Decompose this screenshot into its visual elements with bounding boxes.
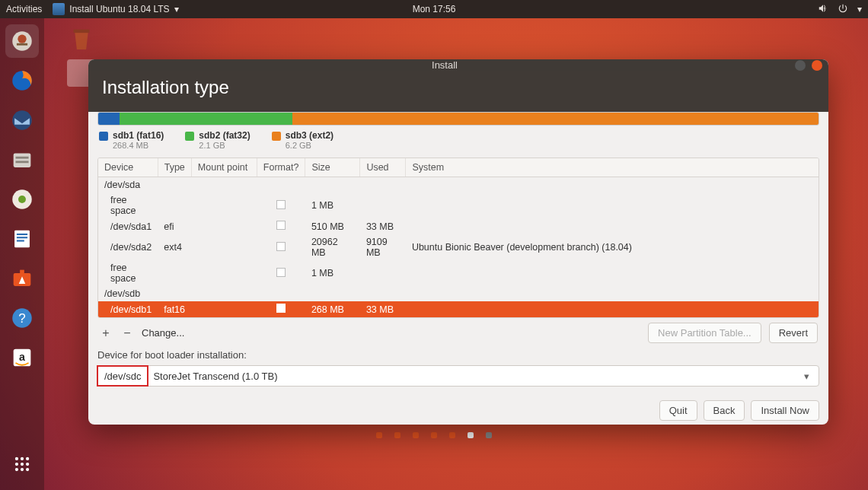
- svg-rect-29: [74, 30, 90, 33]
- svg-point-23: [15, 463, 18, 466]
- dock-libreoffice-writer[interactable]: [5, 222, 39, 256]
- app-menu-label: Install Ubuntu 18.04 LTS: [69, 4, 169, 14]
- legend-item: sdb2 (fat32) 2.1 GB: [185, 130, 250, 150]
- svg-point-9: [18, 196, 26, 203]
- activities-button[interactable]: Activities: [6, 4, 42, 14]
- partition-table[interactable]: DeviceTypeMount pointFormat?SizeUsedSyst…: [97, 158, 819, 318]
- chevron-down-icon[interactable]: ▾: [799, 371, 814, 382]
- dock-rhythmbox[interactable]: [5, 183, 39, 216]
- clock-label[interactable]: Mon 17:56: [413, 4, 456, 14]
- legend-swatch: [272, 132, 281, 141]
- svg-point-22: [26, 457, 29, 460]
- legend-name: sdb1 (fat16): [113, 130, 164, 141]
- legend-size: 6.2 GB: [286, 141, 333, 150]
- change-partition-button[interactable]: Change...: [142, 327, 184, 339]
- titlebar[interactable]: Install: [88, 59, 828, 71]
- table-row[interactable]: /dev/sdb1fat16268 MB33 MB: [98, 301, 819, 317]
- legend-size: 268.4 MB: [113, 141, 164, 150]
- dock-firefox[interactable]: [5, 64, 39, 97]
- chevron-down-icon: ▾: [174, 4, 179, 14]
- close-button[interactable]: [812, 60, 822, 71]
- new-partition-table-button[interactable]: New Partition Table...: [648, 323, 761, 343]
- volume-icon[interactable]: [818, 3, 828, 16]
- format-checkbox[interactable]: [276, 200, 286, 209]
- legend-swatch: [185, 132, 194, 141]
- add-partition-button[interactable]: +: [99, 326, 113, 340]
- svg-point-24: [21, 463, 24, 466]
- table-column-header[interactable]: Size: [305, 158, 360, 177]
- boot-loader-description: StoreJet Transcend (1.0 TB): [153, 371, 799, 382]
- svg-point-2: [18, 35, 26, 43]
- revert-button[interactable]: Revert: [769, 323, 818, 343]
- progress-dot: [413, 432, 419, 438]
- quit-button[interactable]: Quit: [659, 400, 697, 421]
- svg-point-21: [21, 457, 24, 460]
- svg-rect-10: [14, 231, 30, 248]
- install-now-button[interactable]: Install Now: [751, 400, 819, 421]
- svg-rect-1: [17, 43, 27, 46]
- window-header: Installation type: [88, 71, 828, 112]
- dock-thunderbird[interactable]: [5, 103, 39, 137]
- window-title: Install: [432, 59, 458, 71]
- back-button[interactable]: Back: [704, 400, 745, 421]
- progress-dot: [394, 432, 400, 438]
- progress-dot: [449, 432, 455, 438]
- table-row[interactable]: /dev/sda2ext420962 MB9109 MBUbuntu Bioni…: [98, 234, 819, 260]
- progress-dot: [486, 432, 492, 438]
- format-checkbox[interactable]: [276, 242, 286, 251]
- boot-loader-select[interactable]: /dev/sdc StoreJet Transcend (1.0 TB) ▾: [97, 365, 819, 387]
- progress-dot: [468, 432, 474, 438]
- app-menu-button[interactable]: Install Ubuntu 18.04 LTS ▾: [48, 2, 183, 17]
- svg-rect-5: [14, 154, 31, 167]
- minimize-button[interactable]: [795, 60, 806, 71]
- partition-bar-segment: [98, 113, 120, 125]
- launcher-dock: ? a: [0, 18, 44, 490]
- svg-point-20: [15, 457, 18, 460]
- partition-legend: sdb1 (fat16) 268.4 MB sdb2 (fat32) 2.1 G…: [97, 129, 819, 158]
- format-checkbox[interactable]: [276, 268, 286, 277]
- svg-point-26: [15, 468, 18, 471]
- table-row[interactable]: /dev/sda: [98, 177, 819, 193]
- table-column-header[interactable]: Format?: [257, 158, 305, 177]
- table-row[interactable]: /dev/sdb: [98, 286, 819, 301]
- power-icon[interactable]: [838, 3, 848, 16]
- installer-app-icon: [53, 3, 65, 15]
- desktop-icon-trash[interactable]: [65, 23, 97, 57]
- remove-partition-button[interactable]: −: [120, 326, 134, 340]
- dock-amazon[interactable]: a: [5, 341, 39, 374]
- svg-rect-12: [17, 237, 27, 238]
- partition-bar-segment: [120, 113, 292, 125]
- table-column-header[interactable]: Mount point: [191, 158, 257, 177]
- table-column-header[interactable]: System: [406, 158, 819, 177]
- dock-ubuntu-software[interactable]: [5, 262, 39, 295]
- table-column-header[interactable]: Type: [158, 158, 191, 177]
- table-row[interactable]: /dev/sda1efi510 MB33 MB: [98, 218, 819, 234]
- svg-rect-15: [20, 270, 24, 275]
- dock-help[interactable]: ?: [5, 301, 39, 335]
- table-column-header[interactable]: Used: [360, 158, 406, 177]
- partition-usage-bar: [97, 112, 819, 126]
- svg-rect-6: [16, 157, 29, 159]
- legend-name: sdb2 (fat32): [199, 130, 250, 141]
- dock-show-apps[interactable]: [5, 447, 39, 481]
- svg-rect-13: [17, 240, 24, 241]
- partition-toolbar: + − Change... New Partition Table... Rev…: [97, 318, 819, 348]
- partition-bar-segment: [292, 113, 819, 125]
- legend-item: sdb1 (fat16) 268.4 MB: [99, 130, 164, 150]
- boot-loader-label: Device for boot loader installation:: [97, 349, 819, 361]
- table-row[interactable]: free space1 MB: [98, 260, 819, 286]
- table-column-header[interactable]: Device: [98, 158, 158, 177]
- svg-point-28: [26, 468, 29, 471]
- dock-installer[interactable]: [5, 24, 39, 58]
- format-checkbox[interactable]: [276, 304, 286, 313]
- svg-text:a: a: [19, 351, 25, 363]
- wizard-progress-dots: [376, 432, 492, 438]
- dock-files[interactable]: [5, 143, 39, 177]
- boot-loader-device-highlight: /dev/sdc: [97, 365, 148, 387]
- progress-dot: [376, 432, 382, 438]
- table-row[interactable]: free space1 MB: [98, 192, 819, 218]
- svg-point-25: [26, 463, 29, 466]
- progress-dot: [431, 432, 437, 438]
- system-menu-dropdown-icon[interactable]: ▾: [857, 4, 862, 14]
- format-checkbox[interactable]: [276, 221, 286, 230]
